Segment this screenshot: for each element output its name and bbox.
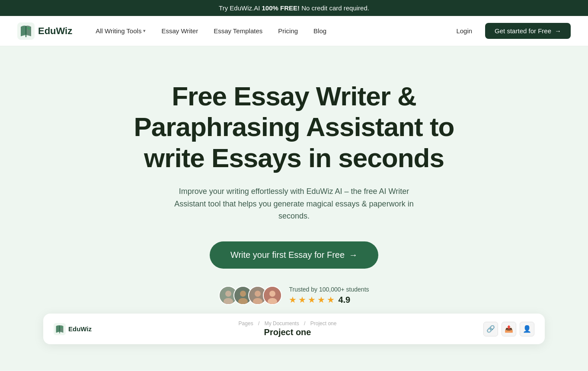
nav-pricing[interactable]: Pricing xyxy=(272,24,304,38)
breadcrumb-area: Pages / My Documents / Project one Proje… xyxy=(99,320,476,337)
export-button[interactable]: 📤 xyxy=(502,322,516,336)
nav-right: Login Get started for Free → xyxy=(448,23,571,39)
app-preview-card: EduWiz Pages / My Documents / Project on… xyxy=(43,314,545,344)
nav-essay-writer[interactable]: Essay Writer xyxy=(155,24,204,38)
star-icon: ★ xyxy=(289,295,297,305)
navbar: EduWiz All Writing Tools ▾ Essay Writer … xyxy=(0,16,588,46)
star-icon: ★ xyxy=(308,295,316,305)
star-icon: ★ xyxy=(298,295,306,305)
trust-text: Trusted by 100,000+ students xyxy=(289,286,369,293)
get-started-button[interactable]: Get started for Free → xyxy=(485,23,571,39)
breadcrumb-separator: / xyxy=(304,320,307,327)
hero-subtitle: Improve your writing effortlessly with E… xyxy=(164,185,424,222)
nav-links: All Writing Tools ▾ Essay Writer Essay T… xyxy=(89,24,448,38)
svg-point-11 xyxy=(269,291,275,297)
share-button[interactable]: 👤 xyxy=(520,322,534,336)
trust-info: Trusted by 100,000+ students ★ ★ ★ ★ ★ 4… xyxy=(289,286,369,305)
nav-essay-templates[interactable]: Essay Templates xyxy=(208,24,268,38)
hero-cta-button[interactable]: Write your first Essay for Free → xyxy=(210,241,378,269)
svg-point-5 xyxy=(240,291,246,297)
chevron-down-icon: ▾ xyxy=(143,28,146,34)
logo-text: EduWiz xyxy=(38,25,72,37)
nav-all-writing-tools[interactable]: All Writing Tools ▾ xyxy=(89,24,152,38)
link-button[interactable]: 🔗 xyxy=(483,322,498,336)
logo-icon xyxy=(17,22,35,40)
logo-link[interactable]: EduWiz xyxy=(17,22,72,40)
avatar xyxy=(263,286,282,305)
hero-section: Free Essay Writer & Paraphrasing Assista… xyxy=(0,46,588,370)
banner-prefix: Try EduWiz.AI xyxy=(219,4,262,12)
banner-suffix: No credit card required. xyxy=(300,4,369,12)
arrow-icon: → xyxy=(555,27,561,35)
app-logo-text: EduWiz xyxy=(68,325,92,333)
star-icon: ★ xyxy=(317,295,325,305)
star-icon: ★ xyxy=(327,295,335,305)
nav-blog[interactable]: Blog xyxy=(307,24,332,38)
app-logo-icon xyxy=(54,323,66,335)
hero-title: Free Essay Writer & Paraphrasing Assista… xyxy=(121,81,467,173)
social-proof: Trusted by 100,000+ students ★ ★ ★ ★ ★ 4… xyxy=(9,286,579,305)
app-actions: 🔗 📤 👤 xyxy=(483,322,534,336)
rating-number: 4.9 xyxy=(338,295,350,305)
stars-row: ★ ★ ★ ★ ★ 4.9 xyxy=(289,295,369,305)
svg-point-2 xyxy=(225,291,231,297)
breadcrumb: Pages / My Documents / Project one xyxy=(99,320,476,327)
arrow-icon: → xyxy=(349,250,358,260)
banner-highlight: 100% FREE! xyxy=(262,4,300,12)
top-banner: Try EduWiz.AI 100% FREE! No credit card … xyxy=(0,0,588,16)
avatar-group xyxy=(219,286,282,305)
doc-title: Project one xyxy=(99,327,476,337)
login-button[interactable]: Login xyxy=(448,24,480,38)
breadcrumb-separator: / xyxy=(258,320,261,327)
svg-point-8 xyxy=(255,291,261,297)
app-preview-inner: EduWiz Pages / My Documents / Project on… xyxy=(43,314,545,344)
app-logo-small: EduWiz xyxy=(54,323,92,335)
